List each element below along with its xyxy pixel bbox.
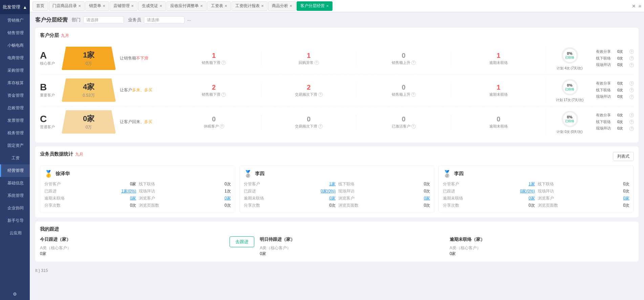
- sidebar-item-cloud[interactable]: 云应用: [0, 227, 30, 239]
- staff-stats-2: 分管客户 1家 线下联络 0次 已跟进 0家(0%) 现场拜访: [443, 181, 629, 208]
- metric-sales-drop-a[interactable]: 1 销售额下滑 ?: [167, 52, 261, 65]
- close-icon[interactable]: ✕: [326, 4, 329, 8]
- info-icon[interactable]: ?: [629, 63, 634, 67]
- close-icon[interactable]: ✕: [261, 4, 264, 8]
- info-icon[interactable]: ?: [221, 92, 226, 97]
- info-icon[interactable]: ?: [629, 56, 634, 61]
- tier-metrics-c: 0 休眠客户 ? 0 交易频次下滑 ? 0: [167, 115, 546, 129]
- followup-overdue: 逾期未联络（家） A类（核心客户） 0家: [450, 236, 634, 257]
- info-icon[interactable]: ?: [629, 88, 634, 92]
- close-icon[interactable]: ✕: [78, 4, 81, 8]
- info-icon[interactable]: ?: [629, 49, 634, 54]
- tier-slogan-b: 让客户多来、多买: [120, 87, 164, 93]
- staff-label: 业务员: [128, 17, 141, 23]
- metric-overdue-b[interactable]: 1 逾期未联络: [451, 84, 546, 97]
- tab-ar-ap[interactable]: 应收应付调整单 ✕: [167, 1, 207, 11]
- info-icon[interactable]: ?: [220, 124, 224, 129]
- metric-overdue-a[interactable]: 1 逾期未联络: [451, 52, 546, 65]
- info-icon[interactable]: ?: [629, 126, 634, 131]
- info-icon[interactable]: ?: [318, 124, 323, 129]
- stat-offline-contact-0: 线下联络 0次: [139, 181, 231, 187]
- sidebar-collapse-icon[interactable]: ▲: [23, 5, 27, 10]
- tab-payroll-report[interactable]: 工资统计报表 ✕: [232, 1, 267, 11]
- page-title: 客户分层经营: [35, 17, 68, 24]
- sidebar-item-system[interactable]: 系统管理: [0, 189, 30, 202]
- more-filters-icon[interactable]: ···: [187, 18, 191, 23]
- metric-repurchase-a[interactable]: 1 回购异常 ?: [261, 52, 356, 65]
- list-view-button[interactable]: 列表式: [613, 152, 634, 161]
- info-icon[interactable]: ?: [629, 120, 634, 124]
- close-icon[interactable]: ✕: [289, 4, 292, 8]
- tier-shape-a[interactable]: 1家 0万: [62, 47, 116, 70]
- tab-customer-tier[interactable]: 客户分层经营 ✕: [297, 1, 332, 11]
- sidebar-settings[interactable]: ⚙: [0, 288, 30, 300]
- metric-sales-drop-b[interactable]: 2 销售额下滑 ?: [167, 84, 261, 97]
- sidebar-item-guide[interactable]: 新手引导: [0, 214, 30, 227]
- followup-button[interactable]: 去跟进: [230, 236, 254, 247]
- tier-label-a: A 核心客户: [40, 51, 60, 66]
- tab-store-products[interactable]: 门店商品目录 ✕: [49, 1, 85, 11]
- sidebar-item-salary[interactable]: 工资: [0, 152, 30, 164]
- sidebar-item-purchase[interactable]: 采购管理: [0, 64, 30, 77]
- tab-product-analysis[interactable]: 商品分析 ✕: [268, 1, 296, 11]
- info-icon[interactable]: ?: [411, 124, 416, 129]
- sidebar-item-management[interactable]: 经营管理: [0, 164, 30, 177]
- tab-sales-order[interactable]: 销货单 ✕: [85, 1, 109, 11]
- followup-tomorrow-label: 明日待跟进（家）: [260, 236, 444, 243]
- info-icon[interactable]: ?: [411, 92, 416, 97]
- tab-home[interactable]: 首页: [33, 1, 48, 11]
- metric-freq-drop-b[interactable]: 2 交易频次下滑 ?: [261, 84, 356, 97]
- stat-followed-0: 已跟进 1家(0%): [44, 188, 136, 194]
- tier-shape-b[interactable]: 4家 0.53万: [62, 78, 116, 102]
- sidebar-item-basic-info[interactable]: 基础信息: [0, 177, 30, 189]
- sidebar-item-cooperation[interactable]: 企业协同: [0, 202, 30, 214]
- tab-voucher[interactable]: 生成凭证 ✕: [138, 1, 166, 11]
- sidebar-item-tax[interactable]: 税务管理: [0, 127, 30, 139]
- sidebar-item-finance[interactable]: 资金管理: [0, 89, 30, 102]
- dept-select[interactable]: 请选择: [83, 16, 124, 24]
- info-icon[interactable]: ?: [318, 92, 323, 97]
- metric-sales-rise-b[interactable]: 0 销售额上升 ?: [357, 84, 451, 97]
- tab-payroll[interactable]: 工资表 ✕: [207, 1, 231, 11]
- dept-filter: 部门 请选择: [72, 16, 124, 24]
- info-icon[interactable]: ?: [411, 61, 416, 65]
- metric-overdue-c[interactable]: 0 逾期未联络: [451, 115, 546, 129]
- close-icon[interactable]: ✕: [224, 4, 227, 8]
- metric-activated-c[interactable]: 0 已激活客户 ?: [357, 115, 451, 129]
- more-icon[interactable]: ≡: [639, 3, 641, 9]
- close-icon[interactable]: ✕: [103, 4, 105, 8]
- staff-card-2: 🥈 李四 分管客户 1家 线下联络 0次 已跟进: [438, 165, 634, 213]
- metric-freq-drop-c[interactable]: 0 交易频次下滑 ?: [261, 115, 356, 129]
- sidebar-item-inventory[interactable]: 库存核算: [0, 77, 30, 89]
- tier-shape-c[interactable]: 0家 0万: [62, 110, 116, 134]
- tier-row-a: A 核心客户 1家 0万 让销售额不下滑 1 销售额下滑: [40, 43, 634, 74]
- sidebar-item-assets[interactable]: 固定资产: [0, 139, 30, 152]
- info-icon[interactable]: ?: [629, 113, 634, 117]
- right-metrics-c: 有效分享 0次 ? 线下联络 0次 ? 现场拜访 0次 ?: [593, 112, 634, 132]
- content-area: 客户分层经营 部门 请选择 业务员 请选择 ··· 客户分层 九月: [30, 12, 644, 300]
- info-icon[interactable]: ?: [315, 61, 319, 65]
- sidebar-item-sales[interactable]: 销售管理: [0, 27, 30, 39]
- sidebar-header[interactable]: 批发管理 ▲: [0, 0, 30, 14]
- close-window-icon[interactable]: ✕: [632, 3, 636, 9]
- close-icon[interactable]: ✕: [131, 4, 134, 8]
- sidebar-item-marketing[interactable]: 营销推广: [0, 14, 30, 27]
- staff-select[interactable]: 请选择: [144, 16, 185, 24]
- staff-header-0: 🥇 徐泽华: [44, 170, 231, 178]
- stat-browse-page-0: 浏览页面数 0次: [139, 203, 231, 208]
- tab-bar-actions: ✕ ≡: [632, 3, 641, 9]
- metric-dormant-c[interactable]: 0 休眠客户 ?: [167, 115, 261, 129]
- metric-sales-rise-a[interactable]: 0 销售额上升 ?: [357, 52, 451, 65]
- sidebar-item-ecommerce-small[interactable]: 小畅电商: [0, 39, 30, 52]
- close-icon[interactable]: ✕: [159, 4, 162, 8]
- tab-store-manage[interactable]: 店铺管理 ✕: [110, 1, 137, 11]
- sidebar-item-ecommerce[interactable]: 电商管理: [0, 52, 30, 64]
- close-icon[interactable]: ✕: [200, 4, 203, 8]
- sidebar-item-invoice[interactable]: 发票管理: [0, 114, 30, 127]
- sidebar-item-ledger[interactable]: 总账管理: [0, 102, 30, 114]
- followup-grid: 今日跟进（家） A类（核心客户） 0家 去跟进 明日待跟进（家） A类（核心客户…: [40, 236, 634, 257]
- info-icon[interactable]: ?: [221, 61, 226, 65]
- info-icon[interactable]: ?: [629, 95, 634, 99]
- info-icon[interactable]: ?: [629, 81, 634, 86]
- staff-stats-0: 分管客户 0家 线下联络 0次 已跟进 1家(0%) 现场拜访: [44, 181, 231, 208]
